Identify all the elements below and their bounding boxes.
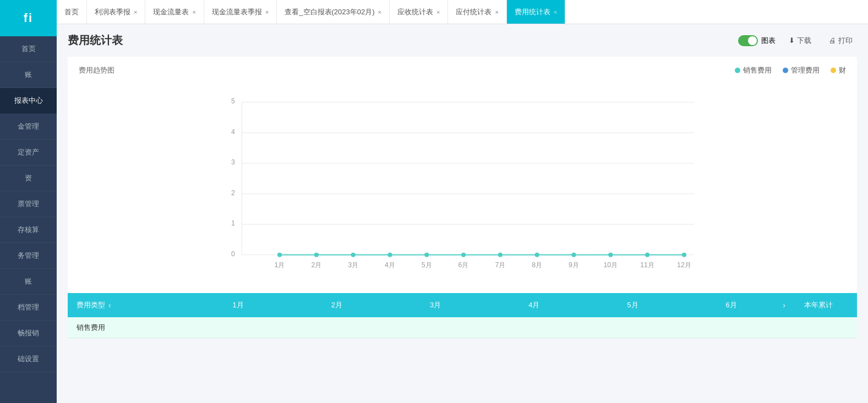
col-month-6: 6月: [682, 300, 780, 310]
svg-point-30: [461, 252, 466, 257]
svg-text:10月: 10月: [603, 261, 618, 269]
legend-management: 管理费用: [783, 65, 820, 75]
chart-section: 费用趋势图 销售费用 管理费用 财: [68, 57, 857, 293]
svg-point-27: [351, 252, 356, 257]
svg-text:3: 3: [231, 158, 235, 166]
legend-finance: 财: [831, 65, 846, 75]
close-tab-expense-stats[interactable]: ×: [554, 9, 557, 15]
svg-text:4: 4: [231, 128, 235, 136]
row-type-sales: 销售费用: [68, 323, 189, 333]
download-button[interactable]: ⬇ 下载: [784, 34, 816, 48]
sidebar-item-inventory[interactable]: 存核算: [0, 217, 57, 243]
svg-point-25: [277, 252, 282, 257]
col-total-header: 本年累计: [785, 300, 857, 310]
chart-toggle-wrap[interactable]: 图表: [738, 35, 776, 46]
sidebar-item-archive[interactable]: 档管理: [0, 295, 57, 321]
col-nav-next[interactable]: ›: [783, 301, 785, 310]
header-actions: 图表 ⬇ 下载 🖨 打印: [738, 34, 857, 48]
table-row-sales: 销售费用: [68, 317, 857, 338]
sidebar-item-capital[interactable]: 资: [0, 165, 57, 191]
svg-text:1: 1: [231, 219, 235, 227]
svg-point-33: [571, 252, 576, 257]
svg-text:7月: 7月: [495, 261, 505, 269]
tab-bar: 首页 利润表季报 × 现金流量表 × 现金流量表季报 × 查看_空白报表(202…: [57, 0, 868, 24]
print-button[interactable]: 🖨 打印: [825, 34, 857, 48]
svg-text:11月: 11月: [640, 261, 654, 269]
svg-text:5: 5: [231, 97, 235, 105]
svg-point-29: [424, 252, 429, 257]
download-icon: ⬇: [789, 36, 795, 45]
chart-header: 费用趋势图 销售费用 管理费用 财: [79, 65, 846, 75]
sidebar-item-ledger[interactable]: 账: [0, 269, 57, 295]
main-area: 首页 利润表季报 × 现金流量表 × 现金流量表季报 × 查看_空白报表(202…: [57, 0, 868, 403]
legend-label-sales: 销售费用: [743, 65, 772, 75]
svg-text:0: 0: [231, 250, 235, 258]
tab-blank-report[interactable]: 查看_空白报表(2023年02月) ×: [277, 0, 390, 24]
svg-text:6月: 6月: [458, 261, 469, 269]
chart-container: 0 1 2 3 4 5 1月 2月: [79, 81, 846, 284]
svg-text:2: 2: [231, 189, 235, 197]
page-title: 费用统计表: [68, 33, 123, 48]
close-tab-blank-report[interactable]: ×: [378, 9, 381, 15]
legend-dot-sales: [735, 68, 740, 73]
close-tab-payable[interactable]: ×: [495, 9, 498, 15]
col-month-4: 4月: [485, 300, 583, 310]
close-tab-profit-quarterly[interactable]: ×: [134, 9, 137, 15]
tab-cashflow[interactable]: 现金流量表 ×: [145, 0, 204, 24]
tab-expense-stats[interactable]: 费用统计表 ×: [507, 0, 565, 24]
col-month-5: 5月: [583, 300, 682, 310]
svg-point-32: [535, 252, 539, 257]
svg-text:12月: 12月: [677, 261, 691, 269]
close-tab-receivable[interactable]: ×: [436, 9, 440, 15]
svg-text:4月: 4月: [385, 261, 395, 269]
sidebar-item-settings[interactable]: 础设置: [0, 346, 57, 372]
col-nav-prev[interactable]: ‹: [108, 301, 111, 310]
chart-legend: 销售费用 管理费用 财: [735, 65, 846, 75]
print-label: 打印: [838, 36, 853, 46]
tab-profit-quarterly[interactable]: 利润表季报 ×: [87, 0, 145, 24]
sidebar-item-home[interactable]: 首页: [0, 36, 57, 62]
close-tab-cashflow-quarterly[interactable]: ×: [265, 9, 269, 15]
svg-point-35: [645, 252, 649, 257]
chart-title: 费用趋势图: [79, 65, 114, 75]
tab-payable[interactable]: 应付统计表 ×: [448, 0, 506, 24]
legend-dot-finance: [831, 68, 836, 73]
table-header: 费用类型 ‹ 1月 2月 3月 4月 5月 6月 › 本年累计: [68, 293, 857, 317]
col-type-header: 费用类型 ‹: [68, 300, 189, 310]
sidebar-item-reports[interactable]: 报表中心: [0, 88, 57, 114]
svg-text:2月: 2月: [311, 261, 321, 269]
sidebar-item-account[interactable]: 账: [0, 62, 57, 88]
print-icon: 🖨: [829, 36, 836, 45]
svg-text:1月: 1月: [275, 261, 285, 269]
svg-text:5月: 5月: [422, 261, 432, 269]
svg-point-36: [682, 252, 686, 257]
close-tab-cashflow[interactable]: ×: [192, 9, 195, 15]
page-header: 费用统计表 图表 ⬇ 下载 🖨 打印: [68, 33, 857, 48]
col-month-2: 2月: [287, 300, 386, 310]
legend-sales: 销售费用: [735, 65, 772, 75]
content-area: 费用统计表 图表 ⬇ 下载 🖨 打印 费用趋势图: [57, 24, 868, 403]
download-label: 下载: [797, 36, 811, 46]
svg-text:3月: 3月: [348, 261, 358, 269]
col-type-label: 费用类型: [77, 300, 105, 310]
chart-svg: 0 1 2 3 4 5 1月 2月: [79, 81, 846, 284]
sidebar: fi 首页 账 报表中心 金管理 定资产 资 票管理 存核算 务管理 账 档管理…: [0, 0, 57, 403]
svg-point-28: [387, 252, 392, 257]
svg-point-34: [608, 252, 613, 257]
sidebar-item-expense[interactable]: 畅报销: [0, 321, 57, 346]
sidebar-item-invoice[interactable]: 票管理: [0, 191, 57, 217]
tab-receivable[interactable]: 应收统计表 ×: [390, 0, 448, 24]
svg-text:8月: 8月: [532, 261, 542, 269]
svg-text:9月: 9月: [569, 261, 579, 269]
chart-toggle-label: 图表: [761, 36, 776, 46]
sidebar-item-service[interactable]: 务管理: [0, 243, 57, 269]
tab-cashflow-quarterly[interactable]: 现金流量表季报 ×: [204, 0, 277, 24]
col-month-1: 1月: [189, 300, 287, 310]
tab-home[interactable]: 首页: [57, 0, 87, 24]
chart-toggle[interactable]: [738, 35, 758, 46]
svg-point-26: [314, 252, 319, 257]
svg-point-31: [498, 252, 503, 257]
sidebar-item-cash[interactable]: 金管理: [0, 114, 57, 140]
legend-dot-management: [783, 68, 788, 73]
sidebar-item-assets[interactable]: 定资产: [0, 140, 57, 165]
